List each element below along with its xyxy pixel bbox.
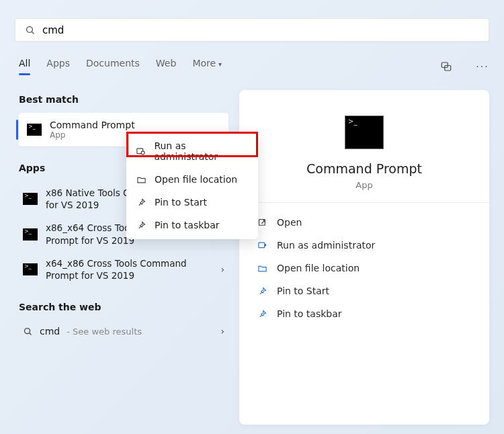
svg-point-9 <box>141 150 144 154</box>
pin-icon <box>257 286 267 296</box>
svg-rect-7 <box>258 243 264 248</box>
command-prompt-icon <box>23 193 38 205</box>
folder-icon <box>136 175 146 185</box>
action-open[interactable]: Open <box>255 212 473 232</box>
context-menu: Run as administrator Open file location … <box>126 132 258 239</box>
context-pin-to-start[interactable]: Pin to Start <box>126 191 258 214</box>
detail-panel: Command Prompt App Open Run as administr… <box>239 90 489 425</box>
filter-tabs: All Apps Documents Web More▾ ··· <box>19 58 489 75</box>
pin-icon <box>136 198 146 208</box>
pin-icon <box>136 220 146 230</box>
action-open-file-location[interactable]: Open file location <box>255 258 473 278</box>
context-run-as-admin[interactable]: Run as administrator <box>126 134 258 168</box>
svg-line-1 <box>32 32 34 34</box>
action-pin-to-start[interactable]: Pin to Start <box>255 281 473 301</box>
web-search-hint: - See web results <box>67 327 142 337</box>
action-label: Pin to Start <box>277 286 329 296</box>
context-label: Pin to Start <box>155 197 207 208</box>
action-label: Open file location <box>277 263 360 273</box>
detail-type: App <box>255 180 473 190</box>
app-result[interactable]: x64_x86 Cross Tools Command Prompt for V… <box>19 252 228 287</box>
search-input[interactable] <box>42 19 489 41</box>
action-label: Open <box>277 217 302 228</box>
tab-apps[interactable]: Apps <box>46 58 70 75</box>
feedback-icon[interactable] <box>439 60 453 73</box>
context-pin-to-taskbar[interactable]: Pin to taskbar <box>126 214 258 236</box>
best-match-type: App <box>50 130 135 140</box>
shield-icon <box>136 146 146 157</box>
svg-line-5 <box>30 333 32 335</box>
more-options-icon[interactable]: ··· <box>476 60 489 73</box>
context-label: Run as administrator <box>154 140 249 162</box>
context-open-file-location[interactable]: Open file location <box>126 168 258 191</box>
search-icon <box>23 327 33 337</box>
command-prompt-large-icon <box>345 116 384 149</box>
web-search-term: cmd <box>40 326 60 337</box>
chevron-right-icon: › <box>220 326 224 337</box>
command-prompt-icon <box>23 228 38 241</box>
folder-icon <box>257 263 267 273</box>
tab-more[interactable]: More▾ <box>192 58 222 75</box>
tab-documents[interactable]: Documents <box>86 58 140 75</box>
chevron-right-icon: › <box>220 264 224 275</box>
command-prompt-icon <box>27 124 42 136</box>
svg-point-4 <box>25 328 30 333</box>
context-label: Pin to taskbar <box>155 220 220 230</box>
search-web-heading: Search the web <box>19 302 228 312</box>
action-pin-to-taskbar[interactable]: Pin to taskbar <box>255 304 473 324</box>
best-match-title: Command Prompt <box>50 120 135 130</box>
web-search-result[interactable]: cmd - See web results › <box>19 320 228 342</box>
search-bar[interactable] <box>15 18 489 42</box>
open-icon <box>257 218 267 228</box>
search-icon <box>25 25 36 36</box>
action-run-as-admin[interactable]: Run as administrator <box>255 235 473 255</box>
detail-title: Command Prompt <box>255 161 473 176</box>
pin-icon <box>257 309 267 319</box>
svg-point-0 <box>27 26 33 32</box>
chevron-down-icon: ▾ <box>218 60 222 68</box>
command-prompt-icon <box>23 263 38 275</box>
action-label: Run as administrator <box>277 240 375 251</box>
tab-web[interactable]: Web <box>156 58 177 75</box>
divider <box>239 202 489 203</box>
app-result-label: x64_x86 Cross Tools Command Prompt for V… <box>46 257 220 281</box>
tab-all[interactable]: All <box>19 58 30 75</box>
action-label: Pin to taskbar <box>277 308 342 319</box>
best-match-heading: Best match <box>19 94 228 105</box>
shield-icon <box>257 241 267 251</box>
context-label: Open file location <box>155 174 237 185</box>
